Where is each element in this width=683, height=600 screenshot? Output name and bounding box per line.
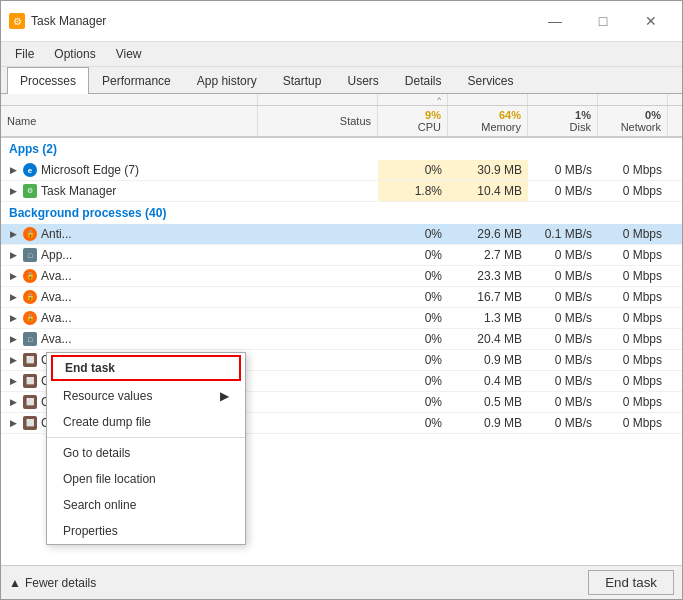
process-name-cell: ▶ □ App... [1,245,258,265]
cpu-cell: 0% [378,160,448,180]
fewer-details-button[interactable]: ▲ Fewer details [9,576,96,590]
expand-icon[interactable]: ▶ [7,165,19,175]
cpu-cell: 0% [378,287,448,307]
menu-bar: File Options View [1,42,682,67]
status-cell [258,266,378,286]
av3-icon: 🔒 [23,290,37,304]
expand-icon[interactable]: ▶ [7,313,19,323]
process-name: Ava... [41,290,71,304]
memory-cell: 20.4 MB [448,329,528,349]
network-cell: 0 Mbps [598,181,668,201]
col-status[interactable]: Status [258,106,378,136]
disk-pct: 1% [575,109,591,121]
tm-icon: ⚙ [23,184,37,198]
status-cell [258,160,378,180]
disk-cell: 0 MB/s [528,392,598,412]
memory-cell: 30.9 MB [448,160,528,180]
tab-performance[interactable]: Performance [89,67,184,94]
tab-users[interactable]: Users [334,67,391,94]
cpu-cell: 0% [378,350,448,370]
expand-icon[interactable]: ▶ [7,418,19,428]
table-row[interactable]: ▶ 🔒 Ava... 0% 16.7 MB 0 MB/s 0 Mbps [1,287,682,308]
tab-processes[interactable]: Processes [7,67,89,94]
table-row[interactable]: ▶ ⚙ Task Manager 1.8% 10.4 MB 0 MB/s 0 M… [1,181,682,202]
col-network[interactable]: 0% Network [598,106,668,136]
col-cpu[interactable]: 9% CPU [378,106,448,136]
table-row[interactable]: ▶ e Microsoft Edge (7) 0% 30.9 MB 0 MB/s… [1,160,682,181]
window-controls: — □ ✕ [532,7,674,35]
network-cell: 0 Mbps [598,266,668,286]
expand-icon[interactable]: ▶ [7,292,19,302]
context-end-task[interactable]: End task [51,355,241,381]
cpu-pct: 9% [425,109,441,121]
process-name: Ava... [41,332,71,346]
network-cell: 0 Mbps [598,160,668,180]
network-cell: 0 Mbps [598,287,668,307]
expand-icon[interactable]: ▶ [7,376,19,386]
context-resource-values[interactable]: Resource values ▶ [47,383,245,409]
status-cell [258,392,378,412]
menu-view[interactable]: View [108,44,150,64]
disk-cell: 0 MB/s [528,160,598,180]
memory-cell: 23.3 MB [448,266,528,286]
cpu-cell: 0% [378,392,448,412]
av2-icon: 🔒 [23,269,37,283]
expand-icon[interactable]: ▶ [7,355,19,365]
close-button[interactable]: ✕ [628,7,674,35]
cpu-cell: 0% [378,266,448,286]
status-cell [258,224,378,244]
tab-bar: Processes Performance App history Startu… [1,67,682,94]
network-cell: 0 Mbps [598,329,668,349]
memory-cell: 1.3 MB [448,308,528,328]
apps-section-header: Apps (2) [1,138,682,160]
memory-label: Memory [481,121,521,133]
table-row[interactable]: ▶ 🔒 Ava... 0% 1.3 MB 0 MB/s 0 Mbps [1,308,682,329]
network-cell: 0 Mbps [598,308,668,328]
col-name[interactable]: Name [1,106,258,136]
context-properties[interactable]: Properties [47,518,245,544]
tab-startup[interactable]: Startup [270,67,335,94]
expand-icon[interactable]: ▶ [7,271,19,281]
expand-icon[interactable]: ▶ [7,186,19,196]
col-disk[interactable]: 1% Disk [528,106,598,136]
table-row[interactable]: ▶ 🔒 Anti... 0% 29.6 MB 0.1 MB/s 0 Mbps [1,224,682,245]
menu-options[interactable]: Options [46,44,103,64]
context-open-file[interactable]: Open file location [47,466,245,492]
status-cell [258,287,378,307]
app-icon: ⚙ [9,13,25,29]
process-name: Microsoft Edge (7) [41,163,139,177]
end-task-button[interactable]: End task [588,570,674,595]
network-cell: 0 Mbps [598,245,668,265]
col-sort-cpu[interactable]: ^ [378,94,448,105]
minimize-button[interactable]: — [532,7,578,35]
network-cell: 0 Mbps [598,392,668,412]
table-row[interactable]: ▶ □ App... 0% 2.7 MB 0 MB/s 0 Mbps [1,245,682,266]
col-memory[interactable]: 64% Memory [448,106,528,136]
maximize-button[interactable]: □ [580,7,626,35]
expand-icon[interactable]: ▶ [7,250,19,260]
title-bar-left: ⚙ Task Manager [9,13,106,29]
network-cell: 0 Mbps [598,350,668,370]
disk-cell: 0 MB/s [528,350,598,370]
process-name-cell: ▶ □ Ava... [1,329,258,349]
context-create-dump[interactable]: Create dump file [47,409,245,435]
network-cell: 0 Mbps [598,371,668,391]
memory-cell: 0.9 MB [448,413,528,433]
context-search-online[interactable]: Search online [47,492,245,518]
tab-app-history[interactable]: App history [184,67,270,94]
tab-services[interactable]: Services [455,67,527,94]
status-cell [258,181,378,201]
disk-cell: 0 MB/s [528,181,598,201]
table-row[interactable]: ▶ □ Ava... 0% 20.4 MB 0 MB/s 0 Mbps [1,329,682,350]
menu-file[interactable]: File [7,44,42,64]
expand-icon[interactable]: ▶ [7,229,19,239]
expand-icon[interactable]: ▶ [7,334,19,344]
av-icon: 🔒 [23,227,37,241]
process-name: App... [41,248,72,262]
table-row[interactable]: ▶ 🔒 Ava... 0% 23.3 MB 0 MB/s 0 Mbps [1,266,682,287]
tab-details[interactable]: Details [392,67,455,94]
disk-cell: 0 MB/s [528,413,598,433]
table-container: ^ Name Status 9% CPU 64% Memory 1% [1,94,682,565]
context-go-to-details[interactable]: Go to details [47,440,245,466]
expand-icon[interactable]: ▶ [7,397,19,407]
